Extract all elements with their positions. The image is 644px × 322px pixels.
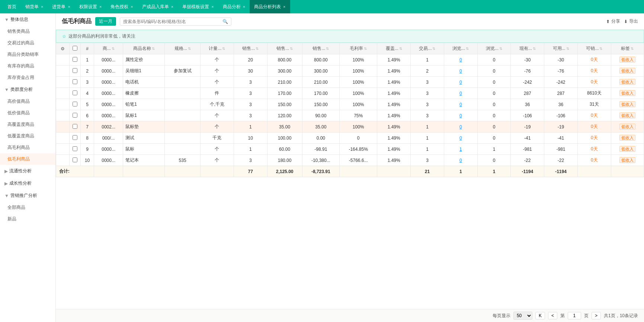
sidebar-section-marketing[interactable]: ▼ 营销推广分析 (0, 189, 55, 202)
sidebar-item-all-products[interactable]: 全部商品 (0, 202, 55, 213)
close-icon[interactable]: × (283, 4, 285, 9)
row-checkbox[interactable] (73, 135, 77, 140)
page-size-select[interactable]: 50 100 200 (513, 312, 532, 320)
row-checkbox[interactable] (73, 102, 77, 106)
prev-page-button[interactable]: < (548, 312, 557, 319)
row-checkbox[interactable] (73, 90, 77, 95)
th-tag[interactable]: 标签⇅ (611, 43, 644, 54)
td-checkbox[interactable] (70, 144, 81, 155)
td-name[interactable]: 橡皮擦 (123, 88, 165, 99)
nav-product-analysis-list[interactable]: 商品分析列表 × (250, 0, 290, 13)
sidebar-item-inventory-capital[interactable]: 库存资金占用 (0, 72, 55, 83)
th-settings[interactable]: ⚙ (56, 43, 70, 54)
select-all-checkbox[interactable] (73, 46, 77, 51)
td-browse1[interactable]: 0 (444, 133, 477, 144)
sidebar-item-high-value[interactable]: 高价值商品 (0, 96, 55, 107)
nav-product-analysis[interactable]: 商品分析 × (218, 0, 250, 13)
sidebar-item-traded-products[interactable]: 交易过的商品 (0, 37, 55, 49)
td-checkbox[interactable] (70, 54, 81, 66)
th-unit[interactable]: 计量...⇅ (201, 43, 234, 54)
td-checkbox[interactable] (70, 66, 81, 77)
td-browse1[interactable]: 0 (444, 88, 477, 99)
export-button[interactable]: ⬇ 导出 (624, 18, 638, 25)
th-name[interactable]: 商品名称⇅ (123, 43, 165, 54)
td-browse1[interactable]: 0 (444, 99, 477, 110)
sidebar-section-circulation[interactable]: ▶ 流通性分析 (0, 165, 55, 177)
row-checkbox[interactable] (73, 113, 77, 118)
td-name[interactable]: 属性定价 (123, 54, 165, 66)
sidebar-section-growth[interactable]: ▶ 成长性分析 (0, 177, 55, 189)
page-input[interactable] (568, 312, 581, 319)
close-icon[interactable]: × (131, 4, 133, 9)
th-current-stock[interactable]: 现有...⇅ (511, 43, 544, 54)
td-browse1[interactable]: 0 (444, 66, 477, 77)
td-checkbox[interactable] (70, 110, 81, 121)
td-browse1[interactable]: 0 (444, 54, 477, 66)
th-sellable[interactable]: 可销...⇅ (577, 43, 611, 54)
td-name[interactable]: 鼠标1 (123, 110, 165, 121)
td-checkbox[interactable] (70, 155, 81, 166)
nav-role-auth[interactable]: 角色授权 × (106, 0, 137, 13)
row-checkbox[interactable] (73, 79, 77, 84)
nav-template-settings[interactable]: 单据模板设置 × (178, 0, 218, 13)
search-icon[interactable]: 🔍 (222, 19, 228, 24)
td-browse1[interactable]: 0 (444, 110, 477, 121)
sidebar-section-cluster[interactable]: ▼ 类群度分析 (0, 83, 55, 96)
td-browse1[interactable]: 0 (444, 77, 477, 88)
sidebar-item-category-rate[interactable]: 商品分类助销率 (0, 49, 55, 60)
td-name[interactable]: 铅笔1 (123, 99, 165, 110)
row-checkbox[interactable] (73, 68, 77, 73)
close-icon[interactable]: × (211, 4, 214, 9)
search-input[interactable] (123, 19, 222, 24)
nav-permission[interactable]: 权限设置 × (75, 0, 106, 13)
sidebar-item-inventory-products[interactable]: 有库存的商品 (0, 60, 55, 72)
td-checkbox[interactable] (70, 121, 81, 133)
row-checkbox[interactable] (73, 157, 77, 162)
th-browse1[interactable]: 浏览...⇅ (444, 43, 477, 54)
th-gross-margin[interactable]: 毛利率⇅ (339, 43, 377, 54)
td-browse1[interactable]: 0 (444, 155, 477, 166)
td-browse1[interactable]: 1 (444, 144, 477, 155)
td-checkbox[interactable] (70, 133, 81, 144)
close-icon[interactable]: × (68, 4, 70, 9)
close-icon[interactable]: × (171, 4, 173, 9)
nav-sales-order[interactable]: 销货单 × (21, 0, 48, 13)
td-name[interactable]: 鼠标垫 (123, 121, 165, 133)
sidebar-item-low-coverage[interactable]: 低覆盖度商品 (0, 130, 55, 142)
th-spec[interactable]: 规格...⇅ (165, 43, 201, 54)
td-checkbox[interactable] (70, 99, 81, 110)
td-checkbox[interactable] (70, 77, 81, 88)
td-name[interactable]: 鼠标 (123, 144, 165, 155)
close-icon[interactable]: × (41, 4, 43, 9)
td-name[interactable]: 笔记本 (123, 155, 165, 166)
share-button[interactable]: ⬆ 分享 (606, 18, 620, 25)
sidebar-item-low-margin[interactable]: 低毛利商品 (0, 153, 55, 165)
nav-home[interactable]: 首页 (3, 0, 21, 13)
td-checkbox[interactable] (70, 88, 81, 99)
th-available[interactable]: 可用...⇅ (544, 43, 578, 54)
sidebar-item-low-value[interactable]: 低价值商品 (0, 107, 55, 119)
td-name[interactable]: 测试 (123, 133, 165, 144)
th-browse2[interactable]: 浏览...⇅ (477, 43, 511, 54)
row-checkbox[interactable] (73, 124, 77, 129)
sidebar-item-new-products[interactable]: 新品 (0, 213, 55, 225)
th-sales-price[interactable]: 销售...⇅ (267, 43, 302, 54)
th-transaction[interactable]: 交易...⇅ (411, 43, 444, 54)
sidebar-item-high-margin[interactable]: 高毛利商品 (0, 142, 55, 153)
close-icon[interactable]: × (243, 4, 245, 9)
row-checkbox[interactable] (73, 57, 77, 62)
sidebar-item-high-coverage[interactable]: 高覆盖度商品 (0, 119, 55, 130)
th-sales-qty[interactable]: 销售...⇅ (234, 43, 267, 54)
close-icon[interactable]: × (99, 4, 102, 9)
sidebar-section-overall[interactable]: ▼ 整体信息 (0, 13, 55, 26)
td-browse1[interactable]: 0 (444, 121, 477, 133)
td-name[interactable]: 电话机 (123, 77, 165, 88)
th-sales-amount[interactable]: 销售...⇅ (302, 43, 339, 54)
first-page-button[interactable]: K (535, 312, 545, 319)
nav-purchase-order[interactable]: 进货单 × (48, 0, 74, 13)
next-page-button[interactable]: > (592, 312, 601, 319)
th-coverage[interactable]: 覆盖...⇅ (377, 43, 411, 54)
sidebar-item-sales-products[interactable]: 销售类商品 (0, 26, 55, 37)
th-checkbox[interactable] (70, 43, 81, 54)
td-name[interactable]: 吴细细1 (123, 66, 165, 77)
